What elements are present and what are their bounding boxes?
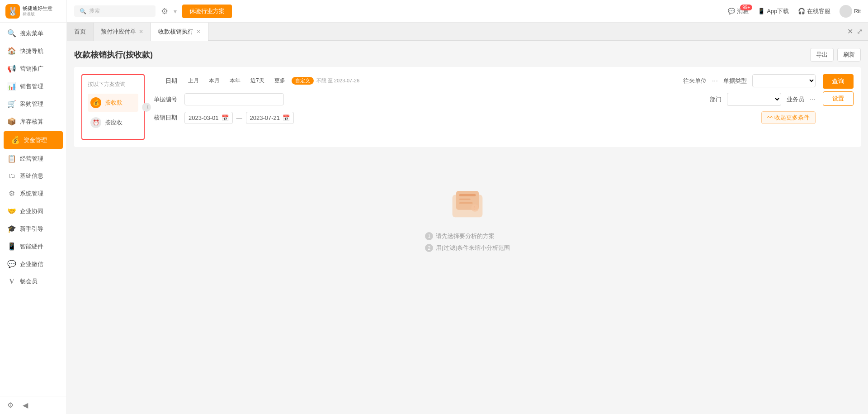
sidebar-item-label: 销售管理 xyxy=(20,82,43,90)
user-area[interactable]: Rit xyxy=(840,5,861,18)
employee-dots-icon[interactable]: ··· xyxy=(810,95,816,104)
tab-prepay-close-icon[interactable]: ✕ xyxy=(139,29,143,35)
tab-home-label: 首页 xyxy=(74,28,86,36)
sidebar-item-label: 经营管理 xyxy=(20,155,43,163)
tab-receipt-offset[interactable]: 收款核销执行 ✕ xyxy=(151,23,208,41)
sidebar-item-label: 系统管理 xyxy=(20,190,43,198)
svg-point-5 xyxy=(471,204,479,212)
industry-solution-button[interactable]: 休验行业方案 xyxy=(182,5,232,18)
date-last-month[interactable]: 上月 xyxy=(184,76,203,86)
tab-prepay-offset[interactable]: 预付冲应付单 ✕ xyxy=(94,23,151,41)
sidebar-item-quick-nav[interactable]: 🏠 快捷导航 xyxy=(0,42,66,60)
date-custom-tag[interactable]: 自定义 xyxy=(292,77,314,85)
topbar-chevron-icon: ▾ xyxy=(174,8,177,15)
svg-text:!: ! xyxy=(473,205,475,210)
filter-option-by-receivable[interactable]: ⏰ 按应收 xyxy=(88,114,138,132)
sidebar-item-label: 搜索菜单 xyxy=(20,29,43,38)
online-service-item[interactable]: 🎧 在线客服 xyxy=(798,7,830,15)
verify-date-start-field[interactable]: 2023-03-01 📅 xyxy=(184,112,233,124)
sidebar-item-label: 采购管理 xyxy=(20,100,43,108)
sidebar-item-sys[interactable]: ⚙ 系统管理 xyxy=(0,185,66,202)
logo-icon: 🐰 xyxy=(5,4,20,19)
topbar-right: 💬 消息 99+ 📱 App下载 🎧 在线客服 Rit xyxy=(728,5,861,18)
refresh-button[interactable]: 刷新 xyxy=(837,48,861,62)
tab-prepay-label: 预付冲应付单 xyxy=(101,28,136,36)
sidebar-item-purchase[interactable]: 🛒 采购管理 xyxy=(0,95,66,113)
collapse-more-label: 收起更多条件 xyxy=(774,114,810,122)
topbar-settings-icon[interactable]: ⚙ xyxy=(161,6,168,16)
tab-receipt-close-icon[interactable]: ✕ xyxy=(196,29,201,35)
verify-date-end-field[interactable]: 2023-07-21 📅 xyxy=(246,112,294,124)
sidebar-item-search-menu[interactable]: 🔍 搜索菜单 xyxy=(0,24,66,42)
sidebar-item-label: 基础信息 xyxy=(20,172,43,180)
sidebar-item-marketing[interactable]: 📢 营销推广 xyxy=(0,60,66,77)
sidebar-item-collab[interactable]: 🤝 企业协同 xyxy=(0,202,66,220)
collapse-more-button[interactable]: ^^ 收起更多条件 xyxy=(761,111,816,124)
partner-dots-icon[interactable]: ··· xyxy=(712,77,718,85)
date-this-month[interactable]: 本月 xyxy=(205,76,223,86)
export-button[interactable]: 导出 xyxy=(810,48,834,62)
date-more[interactable]: 更多 xyxy=(271,76,289,86)
inventory-icon: 📦 xyxy=(7,117,16,126)
message-item[interactable]: 💬 消息 99+ xyxy=(728,7,749,15)
date-last-7[interactable]: 近7天 xyxy=(247,76,268,86)
sidebar: 🐰 畅捷通好生意 标准版 🔍 搜索菜单 🏠 快捷导航 📢 营销推广 📊 销售管理… xyxy=(0,0,67,414)
sidebar-item-label: 企业协同 xyxy=(20,207,43,215)
tab-maximize-icon[interactable]: ⤢ xyxy=(857,27,863,36)
doc-no-input[interactable] xyxy=(184,93,284,105)
logo-name: 畅捷通好生意 xyxy=(23,5,52,11)
logo-area: 🐰 畅捷通好生意 标准版 xyxy=(0,0,66,23)
wechat-icon: 💬 xyxy=(7,260,16,268)
marketing-icon: 📢 xyxy=(7,64,16,73)
left-panel-collapse-button[interactable]: 《 xyxy=(142,103,151,112)
sidebar-bottom: ⚙ ◀ xyxy=(0,396,66,414)
query-button[interactable]: 查询 xyxy=(823,74,854,89)
svg-rect-2 xyxy=(459,194,476,196)
settings-bottom-icon[interactable]: ⚙ xyxy=(7,401,14,409)
hint-item-1: 1 请先选择要分析的方案 xyxy=(425,230,509,242)
doc-type-select[interactable] xyxy=(752,74,816,87)
sidebar-item-label: 营销推广 xyxy=(20,65,43,73)
verify-date-end-value: 2023-07-21 xyxy=(250,114,280,121)
tab-home[interactable]: 首页 xyxy=(67,23,94,41)
sidebar-item-biz[interactable]: 📋 经营管理 xyxy=(0,150,66,167)
sidebar-item-basic-info[interactable]: 🗂 基础信息 xyxy=(0,167,66,185)
by-receipt-label: 按收款 xyxy=(105,99,123,107)
date-this-year[interactable]: 本年 xyxy=(226,76,244,86)
sidebar-item-label: 企业微信 xyxy=(20,260,43,268)
page-actions: 导出 刷新 xyxy=(810,48,861,62)
sidebar-item-label: 库存核算 xyxy=(20,118,43,126)
sidebar-item-guide[interactable]: 🎓 新手引导 xyxy=(0,220,66,238)
settings-button[interactable]: 设置 xyxy=(823,91,854,106)
collapse-sidebar-icon[interactable]: ◀ xyxy=(23,401,28,409)
right-filter-panel: 日期 上月 本月 本年 近7天 更多 自定义 不限 至 2023-07-26 往… xyxy=(152,74,816,140)
page-title: 收款核销执行(按收款) xyxy=(74,49,153,60)
sidebar-item-corp-wechat[interactable]: 💬 企业微信 xyxy=(0,255,66,273)
sidebar-item-sales[interactable]: 📊 销售管理 xyxy=(0,77,66,95)
doc-type-label: 单据类型 xyxy=(723,77,747,85)
filter-option-by-receipt[interactable]: 💰 按收款 xyxy=(88,94,138,112)
sidebar-item-member[interactable]: V 畅会员 xyxy=(0,273,66,290)
sidebar-item-inventory[interactable]: 📦 库存核算 xyxy=(0,113,66,130)
tab-close-all-icon[interactable]: ✕ xyxy=(847,27,853,36)
hint-text-1: 请先选择要分析的方案 xyxy=(436,230,495,242)
sidebar-item-finance[interactable]: 💰 资金管理 xyxy=(4,131,63,149)
svg-rect-3 xyxy=(459,199,471,200)
basic-info-icon: 🗂 xyxy=(7,172,16,180)
dept-select[interactable] xyxy=(727,93,781,106)
filter-row-3: 核销日期 2023-03-01 📅 — 2023-07-21 📅 xyxy=(152,111,816,124)
collapse-row: ^^ 收起更多条件 xyxy=(761,111,816,124)
app-download-item[interactable]: 📱 App下载 xyxy=(758,7,789,15)
tabbar-actions: ✕ ⤢ xyxy=(847,27,868,36)
topbar-search[interactable]: 🔍 搜索 xyxy=(74,5,156,17)
search-placeholder: 搜索 xyxy=(89,7,100,15)
verify-date-label: 核销日期 xyxy=(152,114,177,122)
hint-num-1: 1 xyxy=(425,232,433,240)
calendar-start-icon[interactable]: 📅 xyxy=(222,114,229,121)
filter-actions: 查询 设置 xyxy=(823,74,854,106)
empty-hints: 1 请先选择要分析的方案 2 用[过滤]条件来缩小分析范围 xyxy=(425,230,509,254)
sidebar-item-smart-hw[interactable]: 📱 智能硬件 xyxy=(0,238,66,255)
dept-label: 部门 xyxy=(710,95,722,104)
member-icon: V xyxy=(7,277,16,286)
calendar-end-icon[interactable]: 📅 xyxy=(283,114,290,121)
